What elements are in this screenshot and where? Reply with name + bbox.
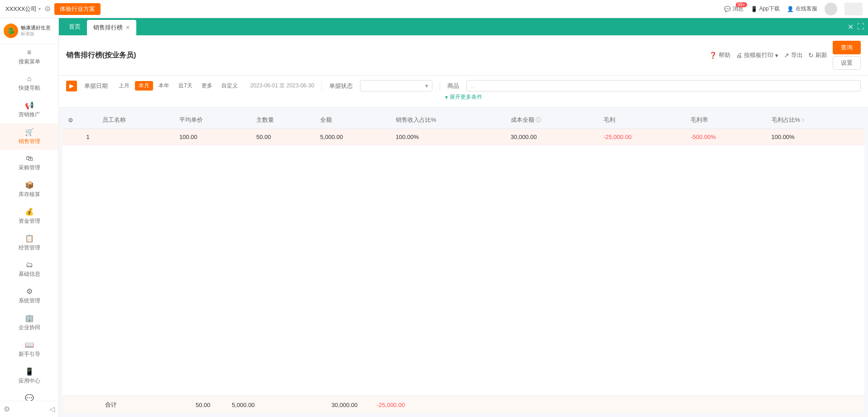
footer-qty: 50.00 — [190, 402, 226, 408]
sidebar-item-label: 基础信息 — [19, 270, 40, 278]
status-label: 单据状态 — [329, 82, 353, 90]
sidebar-settings-icon[interactable]: ⚙ — [4, 405, 10, 413]
guide-icon: 📖 — [25, 340, 34, 349]
footer-cost: 30,000.00 — [326, 402, 371, 408]
table-wrapper: ⚙ 员工名称 平均单价 主数量 全额 销售收入占比% 成本全额 ⓘ 毛利 毛利率… — [62, 111, 864, 413]
tab-close-all-icon[interactable]: ✕ — [848, 23, 854, 31]
sidebar-item-basic-info[interactable]: 🗂 基础信息 — [0, 256, 58, 283]
sidebar-item-sales-mgmt[interactable]: 🛒 销售管理 — [0, 123, 58, 150]
avatar[interactable] — [825, 3, 837, 15]
date-tab-custom[interactable]: 自定义 — [218, 81, 241, 91]
cell-name — [97, 129, 174, 145]
basic-info-icon: 🗂 — [26, 261, 33, 269]
th-settings[interactable]: ⚙ — [62, 111, 79, 129]
sidebar-item-label: 企业协同 — [19, 324, 40, 331]
date-label: 单据日期 — [84, 82, 108, 90]
sidebar-item-marketing[interactable]: 📢 营销推广 — [0, 96, 58, 123]
th-name: 员工名称 — [97, 111, 174, 129]
export-icon: ↗ — [784, 52, 789, 59]
sidebar-item-enterprise[interactable]: 🏢 企业协同 — [0, 309, 58, 336]
table-empty-space — [62, 145, 864, 396]
online-support-button[interactable]: 👤 在线客服 — [787, 5, 817, 13]
tab-sales-rank[interactable]: 销售排行榜 ✕ — [87, 20, 136, 35]
goods-placeholder: ... — [470, 82, 475, 89]
sidebar-item-sys-mgmt[interactable]: ⚙ 系统管理 — [0, 283, 58, 309]
finance-icon: 💰 — [25, 207, 34, 216]
sidebar-item-guide[interactable]: 📖 新手引导 — [0, 336, 58, 363]
sidebar-item-label: 资金管理 — [19, 217, 40, 225]
cell-settings — [62, 129, 79, 145]
sidebar-item-inventory[interactable]: 📦 库存核算 — [0, 176, 58, 203]
sidebar-item-finance[interactable]: 💰 资金管理 — [0, 203, 58, 230]
export-button[interactable]: ↗ 导出 — [784, 51, 803, 59]
print-chevron-icon: ▾ — [775, 52, 778, 59]
refresh-button[interactable]: ↻ 刷新 — [808, 51, 827, 59]
sidebar-item-label: 经营管理 — [19, 244, 40, 252]
footer-gross: -25,000.00 — [371, 402, 417, 408]
sidebar-item-search-order[interactable]: ≡ 搜索菜单 — [0, 44, 58, 70]
sales-mgmt-icon: 🛒 — [25, 128, 34, 136]
template-print-button[interactable]: 🖨 按模板打印 ▾ — [736, 51, 778, 59]
sidebar-collapse-icon[interactable]: ◁ — [49, 405, 55, 413]
goods-input[interactable]: ... — [466, 80, 861, 91]
query-button[interactable]: 查询 — [833, 41, 861, 54]
tab-maximize-icon[interactable]: ⛶ — [857, 23, 864, 31]
expand-button[interactable]: ▾ 展开更多条件 — [445, 93, 482, 101]
user-name-placeholder[interactable] — [844, 3, 863, 15]
company-name: XXXXX公司 — [5, 5, 37, 13]
filter-divider-2 — [440, 81, 440, 91]
expand-row: ▾ 展开更多条件 — [66, 91, 861, 103]
date-tab-this-month[interactable]: 本月 — [135, 81, 153, 91]
trial-button[interactable]: 体验行业方案 — [54, 3, 101, 15]
gross-pct-sort-icon[interactable]: ↕ — [802, 117, 805, 123]
message-button[interactable]: 💬 消息 99+ — [724, 5, 743, 13]
sidebar-item-label: 新手引导 — [19, 350, 40, 358]
sidebar-item-purchase-mgmt[interactable]: 🛍 采购管理 — [0, 150, 58, 176]
date-tab-last-7[interactable]: 近7天 — [175, 81, 196, 91]
sidebar-item-quick-nav[interactable]: ⌂ 快捷导航 — [0, 70, 58, 96]
app-download-button[interactable]: 📱 App下载 — [751, 5, 780, 13]
template-print-label: 按模板打印 — [744, 51, 773, 59]
filter-row: ▶ 单据日期 上月 本月 本年 近7天 更多 自定义 2023-06-01 至 … — [66, 80, 861, 91]
enterprise-icon: 🏢 — [25, 314, 34, 322]
date-tab-this-year[interactable]: 本年 — [155, 81, 173, 91]
cell-gross-pct: 100.00% — [766, 129, 864, 145]
company-settings-icon[interactable]: ⚙ — [44, 5, 51, 13]
message-icon: 💬 — [724, 6, 731, 12]
cell-sales-pct: 100.00% — [390, 129, 505, 145]
table-row: 1 100.00 50.00 5,000.00 100.00% 30,000.0… — [62, 129, 864, 145]
support-icon: 👤 — [787, 6, 794, 12]
filter-toggle-icon[interactable]: ▶ — [66, 81, 77, 91]
home-tab-label: 首页 — [69, 23, 81, 31]
help-button[interactable]: ❓ 帮助 — [709, 51, 730, 59]
sidebar-item-label: 销售管理 — [19, 138, 40, 145]
app-center-icon: 📱 — [25, 367, 34, 376]
sidebar-item-wechat[interactable]: 💬 企业微信 — [0, 389, 58, 401]
page-header: 销售排行榜(按业务员) ❓ 帮助 🖨 按模板打印 ▾ ↗ 导出 — [59, 35, 868, 76]
goods-label: 商品 — [447, 82, 459, 90]
status-select[interactable]: ▾ — [360, 80, 432, 91]
sidebar-item-app-center[interactable]: 📱 应用中心 — [0, 363, 58, 389]
tab-home[interactable]: 首页 — [62, 18, 87, 35]
table-body: 1 100.00 50.00 5,000.00 100.00% 30,000.0… — [62, 129, 864, 145]
help-icon: ❓ — [709, 52, 717, 59]
sidebar: 🐉 畅康通好生意 标准版 ≡ 搜索菜单 ⌂ 快捷导航 📢 营销推广 🛒 销售管理 — [0, 18, 59, 417]
app-icon: 📱 — [751, 6, 758, 12]
date-tab-more[interactable]: 更多 — [198, 81, 216, 91]
date-tab-last-month[interactable]: 上月 — [115, 81, 133, 91]
sidebar-item-label: 快捷导航 — [19, 84, 40, 92]
marketing-icon: 📢 — [25, 101, 34, 110]
date-range: 2023-06-01 至 2023-06-30 — [250, 82, 314, 90]
tab-close-icon[interactable]: ✕ — [125, 24, 130, 31]
cost-info-icon[interactable]: ⓘ — [536, 117, 541, 123]
wechat-icon: 💬 — [25, 394, 34, 401]
sidebar-item-operation[interactable]: 📋 经营管理 — [0, 230, 58, 256]
company-selector[interactable]: XXXXX公司 ▾ — [5, 5, 41, 13]
quick-nav-icon: ⌂ — [27, 75, 32, 83]
export-label: 导出 — [791, 51, 803, 59]
app-label: App下载 — [759, 5, 780, 13]
settings-button[interactable]: 设置 — [833, 56, 861, 70]
cell-amount: 5,000.00 — [315, 129, 390, 145]
expand-label: 展开更多条件 — [450, 93, 482, 101]
main-layout: 🐉 畅康通好生意 标准版 ≡ 搜索菜单 ⌂ 快捷导航 📢 营销推广 🛒 销售管理 — [0, 18, 868, 417]
